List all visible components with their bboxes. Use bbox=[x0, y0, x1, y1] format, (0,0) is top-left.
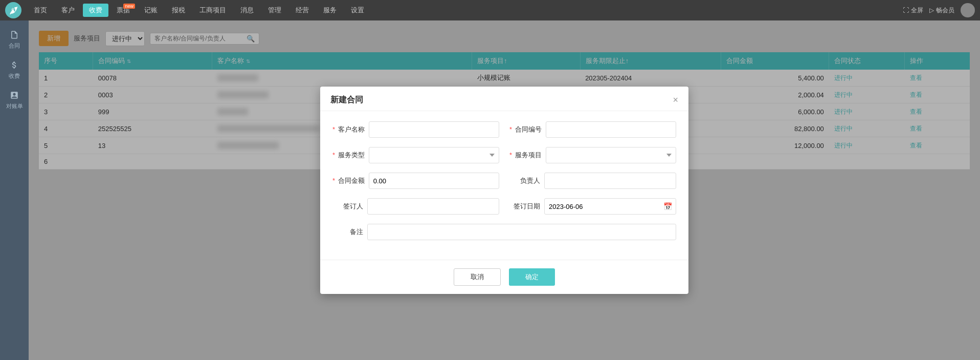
cancel-button[interactable]: 取消 bbox=[454, 268, 501, 286]
required-star-2: * bbox=[509, 125, 512, 133]
form-group-signer: 签订人 bbox=[332, 198, 499, 215]
form-group-sign-date: 签订日期 📅 bbox=[509, 198, 676, 215]
form-row-2: * 服务类型 * 服务项目 bbox=[332, 147, 676, 163]
top-navigation: 首页 客户 收费 票据 new 记账 报税 工商项目 消息 管理 经营 服务 设… bbox=[0, 0, 980, 20]
sidebar-item-statement[interactable]: 对账单 bbox=[0, 86, 29, 114]
new-badge: new bbox=[123, 4, 135, 9]
service-type-label: * 服务类型 bbox=[332, 151, 365, 160]
service-type-select[interactable] bbox=[369, 147, 499, 163]
fullscreen-icon: ⛶ bbox=[903, 7, 909, 14]
modal-close-button[interactable]: × bbox=[673, 95, 678, 105]
create-contract-modal: 新建合同 × * 客户名称 bbox=[320, 87, 688, 294]
nav-fee[interactable]: 收费 bbox=[83, 4, 108, 17]
contract-icon bbox=[9, 30, 19, 40]
modal-overlay[interactable]: 新建合同 × * 客户名称 bbox=[29, 20, 980, 360]
service-item-label: * 服务项目 bbox=[509, 151, 542, 160]
required-star-5: * bbox=[332, 177, 335, 184]
amount-label: * 合同金额 bbox=[332, 176, 365, 185]
modal-header: 新建合同 × bbox=[320, 87, 688, 111]
nav-ticket[interactable]: 票据 new bbox=[110, 4, 136, 17]
form-group-responsible: 负责人 bbox=[509, 173, 676, 189]
form-row-1: * 客户名称 * 合同编号 bbox=[332, 121, 676, 138]
content-area: 新增 服务项目 进行中 已完成 已取消 🔍 序号 合同编码 ⇅ bbox=[29, 20, 980, 360]
nav-message[interactable]: 消息 bbox=[234, 4, 260, 17]
required-star-4: * bbox=[509, 151, 512, 159]
signer-label: 签订人 bbox=[332, 202, 363, 211]
form-row-5: 备注 bbox=[332, 224, 676, 240]
form-group-customer-name: * 客户名称 bbox=[332, 121, 499, 138]
fullscreen-button[interactable]: ⛶ 全屏 bbox=[903, 6, 923, 15]
avatar[interactable] bbox=[961, 3, 975, 17]
customer-name-input[interactable] bbox=[369, 121, 499, 138]
nav-business[interactable]: 工商项目 bbox=[193, 4, 232, 17]
sign-date-input[interactable] bbox=[544, 198, 676, 215]
nav-accounting[interactable]: 记账 bbox=[138, 4, 164, 17]
required-star: * bbox=[332, 125, 335, 133]
main-layout: 合同 收费 对账单 新增 服务项目 进行中 已完成 已取消 bbox=[0, 20, 980, 360]
nav-tax[interactable]: 报税 bbox=[166, 4, 191, 17]
responsible-label: 负责人 bbox=[509, 176, 540, 185]
required-star-3: * bbox=[332, 151, 335, 159]
confirm-button[interactable]: 确定 bbox=[509, 268, 555, 286]
app-logo bbox=[5, 2, 21, 18]
form-group-remark: 备注 bbox=[332, 224, 676, 240]
fee-icon bbox=[9, 60, 19, 70]
play-icon: ▷ bbox=[929, 7, 934, 14]
responsible-input[interactable] bbox=[544, 173, 676, 189]
contract-amount-input[interactable] bbox=[369, 173, 499, 189]
sidebar-item-fee[interactable]: 收费 bbox=[0, 56, 29, 84]
nav-service[interactable]: 服务 bbox=[317, 4, 343, 17]
form-row-4: 签订人 签订日期 📅 bbox=[332, 198, 676, 215]
contract-no-input[interactable] bbox=[546, 121, 676, 138]
nav-settings[interactable]: 设置 bbox=[345, 4, 370, 17]
sign-date-label: 签订日期 bbox=[509, 202, 540, 211]
form-group-contract-no: * 合同编号 bbox=[509, 121, 676, 138]
modal-title: 新建合同 bbox=[330, 95, 363, 105]
form-group-amount: * 合同金额 bbox=[332, 173, 499, 189]
remark-label: 备注 bbox=[332, 227, 363, 237]
nav-operation[interactable]: 经营 bbox=[289, 4, 315, 17]
top-nav-right: ⛶ 全屏 ▷ 畅会员 bbox=[903, 3, 975, 17]
nav-customer[interactable]: 客户 bbox=[55, 4, 81, 17]
nav-manage[interactable]: 管理 bbox=[262, 4, 287, 17]
calendar-icon[interactable]: 📅 bbox=[663, 202, 672, 210]
statement-icon bbox=[9, 90, 19, 100]
signer-input[interactable] bbox=[367, 198, 499, 215]
sign-date-wrapper: 📅 bbox=[544, 198, 676, 215]
sidebar: 合同 收费 对账单 bbox=[0, 20, 29, 360]
form-group-service-item: * 服务项目 bbox=[509, 147, 676, 163]
modal-footer: 取消 确定 bbox=[320, 260, 688, 294]
contract-no-label: * 合同编号 bbox=[509, 125, 542, 134]
service-item-select[interactable] bbox=[546, 147, 676, 163]
nav-home[interactable]: 首页 bbox=[28, 4, 53, 17]
sidebar-item-contract[interactable]: 合同 bbox=[0, 26, 29, 54]
form-row-3: * 合同金额 负责人 bbox=[332, 173, 676, 189]
form-group-service-type: * 服务类型 bbox=[332, 147, 499, 163]
customer-name-label: * 客户名称 bbox=[332, 125, 365, 134]
modal-body: * 客户名称 * 合同编号 bbox=[320, 111, 688, 260]
member-button[interactable]: ▷ 畅会员 bbox=[929, 6, 954, 15]
remark-input[interactable] bbox=[367, 224, 676, 240]
